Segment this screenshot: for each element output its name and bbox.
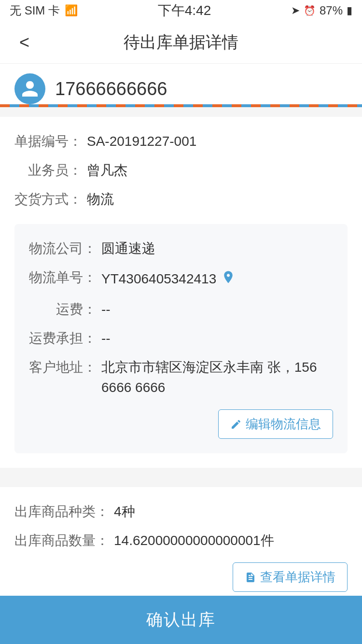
view-detail-btn-row: 查看单据详情 [14, 562, 348, 592]
address-value: 北京市市辖区海淀区永丰南 张，156 6666 6666 [101, 357, 333, 398]
salesman-label: 业务员： [14, 160, 82, 181]
confirm-outbound-button[interactable]: 确认出库 [0, 596, 362, 644]
goods-types-value: 4种 [114, 502, 348, 522]
nav-bar: < 待出库单据详情 [0, 21, 362, 64]
order-no-row: 单据编号： SA-20191227-001 [14, 131, 348, 152]
bottom-area: 确认出库 [0, 596, 362, 644]
logistics-inner: 物流公司： 圆通速递 物流单号： YT4306405342413 运费： -- … [14, 224, 348, 453]
goods-section: 出库商品种类： 4种 出库商品数量： 14.62000000000000001件… [0, 487, 362, 606]
user-header: 17666666666 [0, 64, 362, 104]
logistics-tracking-label: 物流单号： [29, 267, 97, 288]
edit-btn-row: 编辑物流信息 [29, 409, 333, 439]
edit-btn-label: 编辑物流信息 [246, 416, 321, 433]
goods-types-row: 出库商品种类： 4种 [14, 502, 348, 522]
delivery-value: 物流 [87, 189, 348, 210]
dashed-divider [0, 104, 362, 107]
freight-bear-label: 运费承担： [29, 328, 97, 349]
logistics-company-value: 圆通速递 [101, 238, 333, 259]
alarm-icon: ⏰ [304, 5, 316, 16]
freight-bear-value: -- [101, 328, 333, 349]
order-info-section: 单据编号： SA-20191227-001 业务员： 曾凡杰 交货方式： 物流 [0, 117, 362, 224]
salesman-value: 曾凡杰 [87, 160, 348, 181]
edit-icon [230, 419, 242, 430]
status-right: ➤ ⏰ 87% ▮ [291, 4, 352, 17]
logistics-tracking-row: 物流单号： YT4306405342413 [29, 267, 333, 291]
view-detail-label: 查看单据详情 [260, 569, 335, 586]
delivery-row: 交货方式： 物流 [14, 189, 348, 210]
logistics-tracking-value: YT4306405342413 [101, 267, 333, 291]
document-icon [245, 572, 256, 583]
order-no-label: 单据编号： [14, 131, 82, 152]
view-detail-button[interactable]: 查看单据详情 [233, 562, 348, 592]
goods-types-label: 出库商品种类： [14, 502, 109, 522]
battery-icon: ▮ [347, 4, 352, 17]
location-icon[interactable] [221, 267, 236, 291]
order-no-value: SA-20191227-001 [87, 131, 348, 152]
logistics-section: 物流公司： 圆通速递 物流单号： YT4306405342413 运费： -- … [0, 224, 362, 468]
goods-quantity-value: 14.62000000000000001件 [114, 531, 348, 551]
page-title: 待出库单据详情 [124, 31, 238, 54]
wifi-icon: 📶 [65, 4, 78, 17]
status-left: 无 SIM 卡 📶 [10, 3, 78, 18]
status-bar: 无 SIM 卡 📶 下午4:42 ➤ ⏰ 87% ▮ [0, 0, 362, 21]
logistics-company-row: 物流公司： 圆通速递 [29, 238, 333, 259]
back-button[interactable]: < [14, 28, 34, 57]
tracking-number: YT4306405342413 [101, 269, 216, 289]
battery-label: 87% [320, 4, 343, 17]
freight-bear-row: 运费承担： -- [29, 328, 333, 349]
separator [0, 468, 362, 477]
status-time: 下午4:42 [158, 1, 211, 20]
goods-quantity-row: 出库商品数量： 14.62000000000000001件 [14, 531, 348, 551]
user-phone: 17666666666 [55, 79, 167, 99]
address-label: 客户地址： [29, 357, 97, 378]
salesman-row: 业务员： 曾凡杰 [14, 160, 348, 181]
goods-quantity-label: 出库商品数量： [14, 531, 109, 551]
edit-logistics-button[interactable]: 编辑物流信息 [218, 409, 333, 439]
avatar [14, 73, 45, 104]
logistics-company-label: 物流公司： [29, 238, 97, 259]
freight-value: -- [101, 299, 333, 320]
address-row: 客户地址： 北京市市辖区海淀区永丰南 张，156 6666 6666 [29, 357, 333, 398]
freight-label: 运费： [29, 299, 97, 320]
location-icon: ➤ [291, 4, 300, 17]
delivery-label: 交货方式： [14, 189, 82, 210]
freight-row: 运费： -- [29, 299, 333, 320]
carrier-label: 无 SIM 卡 [10, 3, 60, 18]
user-icon [20, 79, 40, 98]
